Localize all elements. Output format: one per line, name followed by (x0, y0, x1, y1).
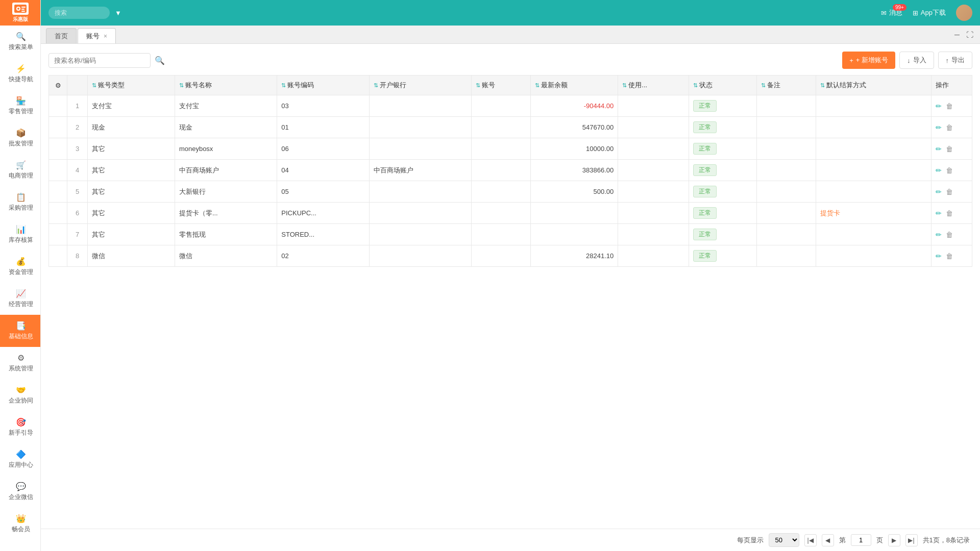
cell-bank: 中百商场账户 (369, 160, 471, 181)
col-status[interactable]: ⇅状态 (689, 76, 757, 95)
add-label: + 新增账号 (856, 56, 888, 65)
cell-name: 现金 (175, 117, 277, 138)
tab-account-close[interactable]: × (104, 33, 107, 40)
col-name[interactable]: ⇅账号名称 (175, 76, 277, 95)
col-remark[interactable]: ⇅备注 (757, 76, 816, 95)
topbar-search-input[interactable] (48, 7, 110, 19)
search-button[interactable]: 🔍 (155, 56, 165, 65)
add-icon: + (849, 57, 853, 64)
edit-icon[interactable]: ✏ (936, 188, 942, 196)
cell-balance (531, 224, 618, 245)
cell-settings (49, 138, 67, 160)
delete-icon[interactable]: 🗑 (946, 209, 953, 217)
cell-bank (369, 203, 471, 224)
col-code[interactable]: ⇅账号编码 (277, 76, 370, 95)
sidebar-item-finance[interactable]: 💰 资金管理 (0, 251, 40, 283)
table-row: 5 其它 大新银行 05 500.00 正常 ✏ 🗑 (49, 181, 972, 203)
delete-icon[interactable]: 🗑 (946, 188, 953, 196)
sidebar-item-label: 资金管理 (9, 268, 33, 277)
edit-icon[interactable]: ✏ (936, 231, 942, 239)
message-icon: ✉ (881, 9, 887, 17)
search-input[interactable] (48, 53, 151, 68)
sidebar-item-member[interactable]: 👑 畅会员 (0, 508, 40, 540)
sidebar-item-purchase[interactable]: 📋 采购管理 (0, 186, 40, 218)
table-row: 6 其它 提货卡（零... PICKUPC... 正常 提货卡 ✏ 🗑 (49, 203, 972, 224)
page-last-button[interactable]: ▶| (905, 534, 918, 546)
sidebar-item-basic-info[interactable]: 📑 基础信息 (0, 315, 40, 347)
per-page-label: 每页显示 (737, 536, 764, 545)
cell-status: 正常 (689, 245, 757, 267)
sidebar-item-label: 应用中心 (9, 461, 33, 469)
cell-balance: 28241.10 (531, 245, 618, 267)
message-button[interactable]: ✉ 消息 99+ (881, 8, 902, 17)
delete-icon[interactable]: 🗑 (946, 145, 953, 153)
sidebar-item-ecommerce[interactable]: 🛒 电商管理 (0, 154, 40, 186)
topbar-dropdown-arrow[interactable]: ▼ (115, 9, 121, 17)
sidebar-item-wechat[interactable]: 💬 企业微信 (0, 475, 40, 508)
user-avatar[interactable] (956, 5, 972, 21)
sidebar-item-app-center[interactable]: 🔷 应用中心 (0, 443, 40, 475)
sidebar-item-operations[interactable]: 📈 经营管理 (0, 283, 40, 315)
col-type[interactable]: ⇅账号类型 (88, 76, 175, 95)
export-label: 导出 (951, 56, 965, 65)
sidebar-item-search-menu[interactable]: 🔍 搜索菜单 (0, 26, 40, 58)
tab-minimize-button[interactable]: ─ (952, 30, 962, 40)
tab-account-label: 账号 (86, 32, 100, 41)
status-badge: 正常 (693, 164, 717, 176)
tab-maximize-button[interactable]: ⛶ (965, 30, 975, 40)
cell-settings (49, 181, 67, 203)
edit-icon[interactable]: ✏ (936, 166, 942, 174)
sidebar-item-inventory[interactable]: 📊 库存核算 (0, 218, 40, 251)
svg-point-2 (17, 8, 19, 10)
tabbar: 首页 账号 × ─ ⛶ (41, 26, 980, 44)
cell-remark (757, 224, 816, 245)
col-default-settle[interactable]: ⇅默认结算方式 (816, 76, 932, 95)
col-balance[interactable]: ⇅最新余额 (531, 76, 618, 95)
add-account-button[interactable]: + + 新增账号 (842, 52, 895, 69)
table-row: 1 支付宝 支付宝 03 -90444.00 正常 ✏ 🗑 (49, 95, 972, 117)
page-first-button[interactable]: |◀ (804, 534, 817, 546)
delete-icon[interactable]: 🗑 (946, 231, 953, 239)
page-next-button[interactable]: ▶ (888, 534, 900, 546)
settings-gear-icon[interactable]: ⚙ (55, 82, 61, 89)
sidebar-item-wholesale[interactable]: 📦 批发管理 (0, 122, 40, 154)
edit-icon[interactable]: ✏ (936, 209, 942, 217)
page-prev-button[interactable]: ◀ (822, 534, 834, 546)
message-badge: 99+ (893, 4, 906, 11)
search-area: 🔍 (48, 53, 165, 68)
page-input[interactable] (851, 534, 871, 546)
topbar-left: ▼ (48, 7, 121, 19)
cell-settings (49, 95, 67, 117)
delete-icon[interactable]: 🗑 (946, 166, 953, 174)
delete-icon[interactable]: 🗑 (946, 123, 953, 132)
col-bank[interactable]: ⇅开户银行 (369, 76, 471, 95)
sidebar-item-enterprise[interactable]: 🤝 企业协同 (0, 379, 40, 411)
edit-icon[interactable]: ✏ (936, 102, 942, 110)
delete-icon[interactable]: 🗑 (946, 252, 953, 260)
tab-account[interactable]: 账号 × (78, 28, 116, 43)
sidebar-item-shortcut[interactable]: ⚡ 快捷导航 (0, 58, 40, 90)
table-row: 2 现金 现金 01 547670.00 正常 ✏ 🗑 (49, 117, 972, 138)
col-account[interactable]: ⇅账号 (472, 76, 531, 95)
cell-status: 正常 (689, 203, 757, 224)
sidebar-item-system[interactable]: ⚙ 系统管理 (0, 347, 40, 379)
export-button[interactable]: ↑ 导出 (938, 52, 973, 69)
sidebar-item-retail[interactable]: 🏪 零售管理 (0, 90, 40, 122)
col-usage[interactable]: ⇅使用... (618, 76, 689, 95)
delete-icon[interactable]: 🗑 (946, 102, 953, 110)
per-page-select[interactable]: 50 10 20 100 (769, 533, 799, 547)
app-icon: ⊞ (913, 9, 918, 17)
edit-icon[interactable]: ✏ (936, 123, 942, 132)
import-button[interactable]: ↓ 导入 (899, 52, 934, 69)
tab-home[interactable]: 首页 (46, 28, 77, 43)
import-icon: ↓ (907, 57, 911, 64)
status-badge: 正常 (693, 143, 717, 155)
edit-icon[interactable]: ✏ (936, 252, 942, 260)
cell-action: ✏ 🗑 (932, 117, 972, 138)
edit-icon[interactable]: ✏ (936, 145, 942, 153)
col-settings[interactable]: ⚙ (49, 76, 67, 95)
app-download-button[interactable]: ⊞ App下载 (913, 8, 946, 17)
cell-balance: 10000.00 (531, 138, 618, 160)
enterprise-icon: 🤝 (16, 385, 26, 395)
sidebar-item-newbie[interactable]: 🎯 新手引导 (0, 411, 40, 443)
